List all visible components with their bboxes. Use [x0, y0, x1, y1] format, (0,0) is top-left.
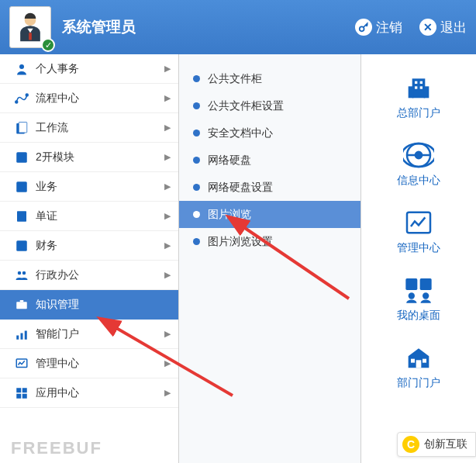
right-nav-item-0[interactable]: 总部门户 — [361, 65, 476, 126]
sub-nav-label: 网络硬盘设置 — [208, 181, 273, 195]
svg-rect-2 — [29, 33, 32, 40]
chevron-right-icon: ▶ — [164, 123, 171, 133]
svg-point-6 — [26, 94, 28, 96]
person-avatar-icon — [13, 10, 47, 44]
svg-point-5 — [16, 101, 18, 103]
left-nav-label: 应用中心 — [36, 386, 164, 400]
svg-rect-39 — [411, 359, 415, 363]
svg-rect-29 — [415, 86, 417, 88]
key-icon — [355, 19, 372, 36]
status-badge-icon: ✓ — [41, 38, 55, 52]
apps-icon — [14, 385, 29, 401]
sub-nav-item-2[interactable]: 安全文档中心 — [179, 119, 360, 147]
left-nav-item-7[interactable]: 行政办公▶ — [0, 261, 178, 290]
left-nav-item-3[interactable]: 2开模块▶ — [0, 143, 178, 172]
left-nav-item-0[interactable]: 个人事务▶ — [0, 54, 178, 84]
chevron-right-icon: ▶ — [164, 64, 171, 74]
right-nav-item-1[interactable]: 信息中心 — [361, 133, 476, 194]
left-nav-label: 业务 — [36, 180, 164, 194]
svg-rect-34 — [405, 278, 417, 290]
sub-nav-item-3[interactable]: 网络硬盘 — [179, 147, 360, 174]
sub-nav-item-5[interactable]: 图片浏览 — [179, 201, 360, 228]
hq-icon — [402, 71, 435, 104]
left-nav-label: 2开模块 — [36, 150, 164, 164]
sub-nav-label: 公共文件柜设置 — [208, 99, 284, 113]
brand-logo-icon: C — [402, 436, 419, 453]
svg-rect-17 — [21, 333, 23, 339]
svg-point-37 — [423, 292, 429, 299]
svg-point-32 — [416, 152, 422, 158]
module-icon — [14, 150, 29, 165]
chevron-right-icon: ▶ — [164, 270, 171, 280]
avatar[interactable]: ✓ — [9, 6, 51, 48]
logout-label: 注销 — [376, 19, 402, 36]
chevron-right-icon: ▶ — [164, 152, 171, 162]
chevron-right-icon: ▶ — [164, 240, 171, 251]
left-nav-item-1[interactable]: 流程中心▶ — [0, 84, 178, 113]
svg-rect-15 — [16, 302, 27, 309]
sub-nav-item-4[interactable]: 网络硬盘设置 — [179, 174, 360, 201]
dept-icon — [402, 341, 435, 374]
form-icon — [14, 209, 29, 224]
right-nav-item-2[interactable]: 管理中心 — [361, 200, 476, 261]
left-nav-item-6[interactable]: 财务▶ — [0, 231, 178, 261]
left-nav-item-8[interactable]: 知识管理 — [0, 290, 178, 320]
sub-nav-label: 图片浏览 — [208, 208, 251, 222]
portal-icon — [14, 327, 29, 342]
exit-button[interactable]: ✕ 退出 — [419, 19, 467, 36]
office-icon — [14, 268, 29, 283]
logout-button[interactable]: 注销 — [355, 19, 402, 36]
manage-icon — [14, 356, 29, 371]
sub-nav-label: 公共文件柜 — [208, 72, 262, 86]
svg-rect-28 — [420, 81, 423, 84]
svg-rect-24 — [412, 78, 426, 98]
left-nav-item-10[interactable]: 管理中心▶ — [0, 349, 178, 378]
left-nav-item-4[interactable]: 业务▶ — [0, 172, 178, 202]
svg-rect-10 — [16, 181, 27, 192]
left-nav-item-11[interactable]: 应用中心▶ — [0, 378, 178, 408]
svg-rect-18 — [25, 330, 27, 339]
svg-rect-30 — [420, 86, 423, 88]
header-actions: 注销 ✕ 退出 — [355, 19, 467, 36]
finance-icon — [14, 238, 29, 254]
left-nav-item-2[interactable]: 工作流▶ — [0, 113, 178, 143]
app-header: ✓ 系统管理员 注销 ✕ 退出 — [0, 0, 476, 54]
left-nav-label: 知识管理 — [36, 298, 171, 312]
right-nav-item-3[interactable]: 我的桌面 — [361, 268, 476, 329]
close-icon: ✕ — [419, 19, 436, 36]
svg-rect-38 — [416, 360, 422, 368]
bullet-icon — [193, 211, 200, 218]
svg-rect-23 — [22, 393, 27, 398]
watermark: FREEBUF — [11, 438, 102, 458]
right-nav-item-4[interactable]: 部门门户 — [361, 335, 476, 396]
svg-rect-22 — [16, 393, 21, 398]
svg-rect-9 — [16, 152, 27, 163]
sub-nav-item-0[interactable]: 公共文件柜 — [179, 65, 360, 92]
left-nav-label: 管理中心 — [36, 357, 164, 371]
svg-rect-11 — [17, 211, 26, 222]
svg-rect-27 — [415, 81, 417, 84]
sub-nav-item-6[interactable]: 图片浏览设置 — [179, 228, 360, 255]
bullet-icon — [193, 184, 200, 191]
workflow-icon — [14, 120, 29, 136]
svg-rect-25 — [409, 86, 414, 98]
right-nav-label: 我的桌面 — [397, 309, 440, 323]
left-nav-item-5[interactable]: 单证▶ — [0, 202, 178, 231]
bullet-icon — [193, 102, 200, 109]
svg-point-13 — [18, 271, 22, 275]
svg-rect-8 — [19, 122, 27, 133]
person-icon — [14, 61, 29, 77]
sub-nav-item-1[interactable]: 公共文件柜设置 — [179, 92, 360, 119]
right-nav-label: 部门门户 — [397, 376, 440, 390]
left-nav-label: 单证 — [36, 209, 164, 223]
chevron-right-icon: ▶ — [164, 329, 171, 339]
left-nav-label: 流程中心 — [36, 92, 164, 105]
svg-rect-40 — [423, 359, 426, 363]
main-content: 个人事务▶流程中心▶工作流▶2开模块▶业务▶单证▶财务▶行政办公▶知识管理智能门… — [0, 54, 476, 463]
svg-rect-20 — [16, 388, 21, 392]
chart-icon — [402, 206, 435, 239]
left-nav-label: 行政办公 — [36, 268, 164, 282]
left-nav-item-9[interactable]: 智能门户▶ — [0, 320, 178, 349]
chevron-right-icon: ▶ — [164, 388, 171, 398]
left-nav-label: 个人事务 — [36, 62, 164, 76]
